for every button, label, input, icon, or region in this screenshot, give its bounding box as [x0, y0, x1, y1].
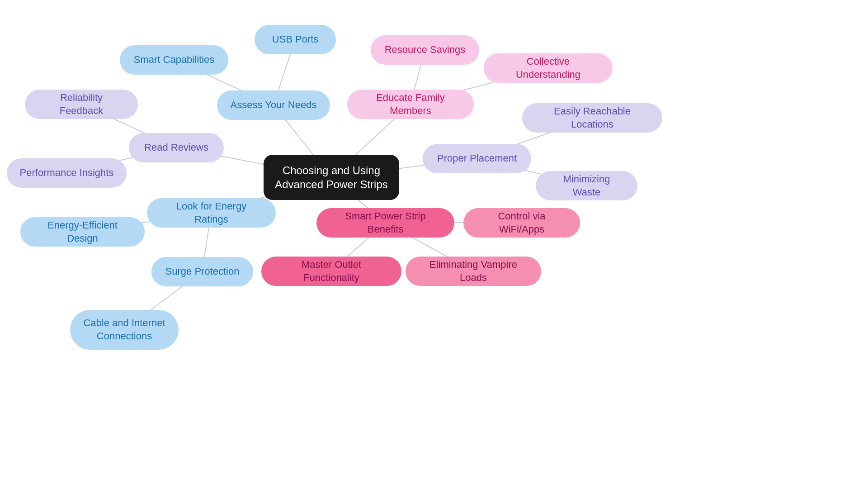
easily-reachable-node[interactable]: Easily Reachable Locations [522, 103, 662, 133]
performance-insights-node[interactable]: Performance Insights [7, 158, 127, 188]
eliminating-vampire-node[interactable]: Eliminating Vampire Loads [406, 257, 541, 286]
collective-understanding-node[interactable]: Collective Understanding [484, 53, 613, 83]
read-reviews-node[interactable]: Read Reviews [129, 133, 224, 162]
center-node[interactable]: Choosing and Using Advanced Power Strips [264, 155, 399, 200]
surge-protection-node[interactable]: Surge Protection [151, 257, 253, 286]
assess-your-needs-node[interactable]: Assess Your Needs [217, 90, 330, 120]
smart-power-strip-node[interactable]: Smart Power Strip Benefits [316, 208, 454, 238]
smart-capabilities-node[interactable]: Smart Capabilities [120, 45, 228, 75]
educate-family-node[interactable]: Educate Family Members [347, 90, 474, 119]
master-outlet-node[interactable]: Master Outlet Functionality [261, 257, 401, 286]
usb-ports-node[interactable]: USB Ports [255, 25, 336, 54]
minimizing-waste-node[interactable]: Minimizing Waste [536, 171, 637, 200]
cable-internet-node[interactable]: Cable and Internet Connections [70, 310, 179, 350]
control-wifi-node[interactable]: Control via WiFi/Apps [463, 208, 580, 238]
look-for-energy-ratings-node[interactable]: Look for Energy Ratings [147, 198, 276, 228]
energy-efficient-design-node[interactable]: Energy-Efficient Design [20, 217, 145, 247]
resource-savings-node[interactable]: Resource Savings [371, 35, 479, 65]
proper-placement-node[interactable]: Proper Placement [423, 144, 531, 173]
reliability-feedback-node[interactable]: Reliability Feedback [25, 90, 138, 119]
